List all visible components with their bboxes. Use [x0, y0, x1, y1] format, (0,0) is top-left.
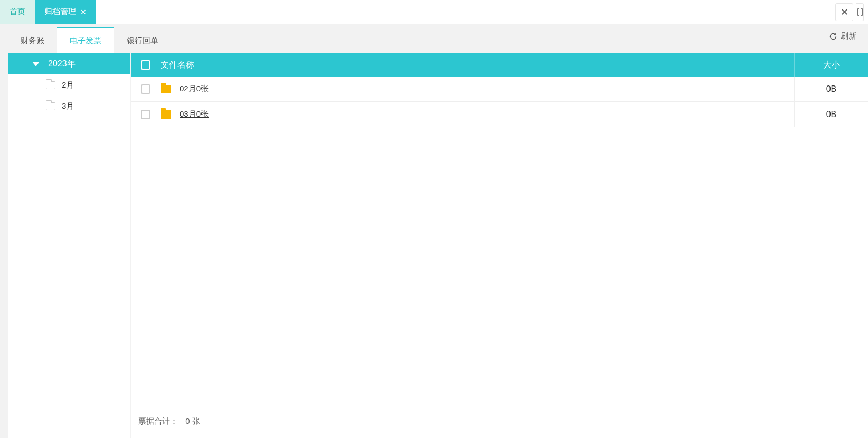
sub-tab-label: 银行回单 — [127, 36, 158, 46]
row-size: 0B — [794, 102, 868, 127]
main-area: 2023年 2月 3月 文件名称 大小 — [0, 53, 868, 438]
tab-archive-mgmt[interactable]: 归档管理 ✕ — [35, 0, 96, 24]
sub-tab-bank-receipt[interactable]: 银行回单 — [114, 28, 171, 53]
close-button[interactable]: ✕ — [835, 3, 853, 21]
sub-tab-label: 财务账 — [21, 36, 44, 46]
folder-icon — [161, 85, 171, 93]
row-size: 0B — [794, 77, 868, 101]
footer-summary: 票据合计： 0 张 — [138, 416, 200, 426]
row-name-cell: 02月0张 — [161, 84, 794, 94]
tab-home[interactable]: 首页 — [0, 0, 35, 24]
tree-month-label: 3月 — [62, 101, 74, 111]
tree-month-2[interactable]: 2月 — [8, 74, 130, 96]
sub-tab-einvoice[interactable]: 电子发票 — [57, 27, 114, 53]
sub-tab-finance[interactable]: 财务账 — [8, 28, 57, 53]
table-row: 02月0张 0B — [131, 77, 868, 102]
refresh-button[interactable]: 刷新 — [829, 31, 856, 41]
folder-outline-icon — [46, 102, 55, 110]
row-checkbox[interactable] — [141, 110, 150, 119]
footer-value: 0 张 — [185, 416, 200, 425]
sub-tab-row: 财务账 电子发票 银行回单 刷新 — [0, 24, 868, 53]
tree-month-label: 2月 — [62, 80, 74, 90]
file-list-panel: 文件名称 大小 02月0张 0B 03月0张 — [131, 53, 868, 438]
expand-button[interactable] — [856, 3, 864, 21]
folder-link[interactable]: 03月0张 — [180, 109, 209, 119]
sub-tab-label: 电子发票 — [70, 36, 101, 46]
tree-month-3[interactable]: 3月 — [8, 96, 130, 117]
row-check-cell — [131, 110, 161, 119]
row-check-cell — [131, 84, 161, 94]
tab-archive-label: 归档管理 — [44, 7, 76, 17]
select-all-checkbox[interactable] — [141, 60, 150, 70]
header-name: 文件名称 — [161, 60, 794, 71]
bracket-icon — [857, 8, 863, 16]
tab-home-label: 首页 — [10, 7, 25, 17]
refresh-label: 刷新 — [841, 31, 856, 41]
content-wrap: 财务账 电子发票 银行回单 刷新 2023年 2月 — [0, 24, 868, 438]
header-size: 大小 — [794, 53, 868, 77]
chevron-down-icon — [32, 62, 40, 66]
tree-year-label: 2023年 — [48, 59, 76, 70]
refresh-icon — [829, 32, 837, 41]
folder-outline-icon — [46, 81, 55, 89]
row-name-cell: 03月0张 — [161, 109, 794, 119]
row-checkbox[interactable] — [141, 84, 150, 94]
top-right-controls: ✕ — [835, 0, 864, 24]
folder-icon — [161, 110, 171, 119]
tree-year-2023[interactable]: 2023年 — [8, 53, 130, 74]
top-tab-bar: 首页 归档管理 ✕ ✕ — [0, 0, 868, 24]
side-tree: 2023年 2月 3月 — [8, 53, 130, 438]
folder-link[interactable]: 02月0张 — [180, 84, 209, 94]
list-header: 文件名称 大小 — [131, 53, 868, 77]
footer-label: 票据合计： — [138, 416, 178, 425]
close-tab-icon[interactable]: ✕ — [80, 8, 87, 16]
header-check-cell — [131, 60, 161, 70]
table-row: 03月0张 0B — [131, 102, 868, 127]
